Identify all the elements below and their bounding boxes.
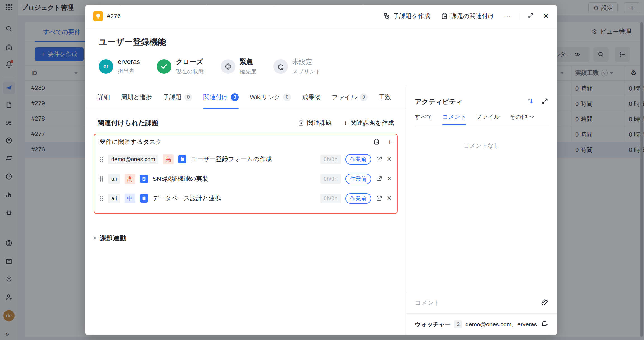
header-divider: [520, 12, 520, 20]
task-title[interactable]: SNS認証機能の実装: [153, 175, 316, 183]
tab-deliverables[interactable]: 成果物: [302, 85, 321, 109]
requirement-type-icon: [93, 11, 103, 21]
task-title[interactable]: ユーザー登録フォームの作成: [191, 155, 316, 163]
link-issue-icon: [298, 120, 304, 126]
triangle-right-icon: [94, 236, 96, 240]
task-hours: 0h/0h: [320, 155, 341, 164]
open-task-icon[interactable]: [376, 195, 382, 202]
task-assignee: ali: [108, 194, 120, 203]
group-title: 要件に関連するタスク: [100, 138, 162, 146]
issue-link-label: 課題連動: [100, 234, 126, 242]
tab-subissues[interactable]: 子課題0: [163, 85, 192, 109]
priority-label: 優先度: [240, 68, 257, 75]
activity-tab-comments[interactable]: コメント: [442, 113, 466, 125]
activity-title: アクティビティ: [415, 97, 463, 106]
linked-task-row[interactable]: ali 中 データベース設計と連携 0h/0h 作業前 ✕: [94, 189, 397, 208]
activity-tabs: すべて コメント ファイル その他: [415, 113, 548, 125]
tab-cycle-progress[interactable]: 周期と進捗: [121, 85, 152, 109]
attachment-paperclip-icon[interactable]: [541, 299, 548, 307]
priority-value: 緊急: [240, 57, 257, 66]
task-status-pill[interactable]: 作業前: [345, 154, 371, 165]
task-type-icon: [140, 175, 148, 183]
link-existing-label: 関連課題: [307, 119, 332, 127]
assignee-label: 担当者: [118, 67, 140, 75]
activity-tab-others[interactable]: その他: [509, 113, 533, 125]
tab-files[interactable]: ファイル0: [332, 85, 368, 109]
open-task-icon[interactable]: [376, 175, 382, 182]
create-linked-issue-button[interactable]: + 関連課題を作成: [344, 119, 394, 127]
issue-fields: er erveras 担当者 クローズ 現在の状態: [99, 57, 543, 75]
status-label: 現在の状態: [176, 68, 204, 75]
status-check-icon: [157, 59, 171, 74]
section-actions: 関連課題 + 関連課題を作成: [298, 119, 394, 127]
tab-badge: 0: [184, 93, 192, 101]
drag-handle-icon[interactable]: [100, 156, 103, 162]
assignee-avatar: er: [99, 59, 113, 74]
linked-issues-section-header: 関連付けられた課題 関連課題 + 関連課題を作成: [98, 118, 394, 127]
activity-panel: アクティビティ すべて コメント ファイル その他: [406, 85, 557, 335]
remove-link-icon[interactable]: ✕: [387, 175, 392, 182]
subissue-icon: [383, 13, 390, 20]
issue-detail-modal: #276 子課題を作成 課題の関連付け ⋯ ✕ ユーザー登録機能: [85, 5, 557, 335]
issue-summary: ユーザー登録機能 er erveras 担当者 クローズ 現在の状態: [85, 27, 557, 85]
watcher-names: demo@ones.com、erveras: [465, 320, 537, 328]
drag-handle-icon[interactable]: [100, 176, 103, 182]
tab-badge: 0: [283, 93, 291, 101]
task-status-pill[interactable]: 作業前: [345, 174, 371, 184]
tab-badge: 3: [231, 93, 239, 101]
activity-tab-all[interactable]: すべて: [415, 113, 433, 125]
task-assignee: ali: [108, 174, 120, 184]
assignee-value: erveras: [118, 58, 140, 66]
sprint-value: 未設定: [292, 57, 321, 66]
expand-icon[interactable]: [527, 12, 534, 20]
watch-bell-check-icon[interactable]: [541, 320, 548, 329]
link-issue-button[interactable]: 課題の関連付け: [441, 12, 494, 20]
task-hours: 0h/0h: [320, 194, 341, 203]
task-status-pill[interactable]: 作業前: [345, 193, 371, 204]
expand-icon[interactable]: [541, 98, 548, 106]
tab-wiki-links[interactable]: Wikiリンク0: [250, 85, 291, 109]
issue-link-toggle[interactable]: 課題連動: [94, 234, 394, 242]
close-icon[interactable]: ✕: [543, 12, 549, 20]
link-existing-issue-button[interactable]: 関連課題: [298, 119, 332, 127]
drag-handle-icon[interactable]: [100, 196, 103, 201]
sprint-icon: [273, 59, 288, 74]
empty-comments-text: コメントなし: [415, 142, 548, 149]
issue-id: #276: [107, 13, 121, 20]
watcher-row: ウォッチャー 2 demo@ones.com、erveras: [406, 313, 557, 335]
field-assignee[interactable]: er erveras 担当者: [99, 57, 140, 75]
issue-tabs: 詳細 周期と進捗 子課題0 関連付け3 Wikiリンク0 成果物 ファイル0 工…: [85, 85, 406, 109]
task-priority: 中: [125, 194, 135, 203]
link-issue-label: 課題の関連付け: [451, 12, 494, 20]
tab-details[interactable]: 詳細: [98, 85, 110, 109]
field-status[interactable]: クローズ 現在の状態: [157, 57, 204, 75]
open-task-icon[interactable]: [376, 156, 382, 163]
task-hours: 0h/0h: [320, 174, 341, 184]
linked-tasks-group: 要件に関連するタスク + demo@ones.com 高 ユーザー登録フォームの…: [94, 134, 398, 214]
activity-tab-files[interactable]: ファイル: [476, 113, 500, 125]
remove-link-icon[interactable]: ✕: [387, 195, 392, 202]
tab-links[interactable]: 関連付け3: [203, 85, 239, 109]
add-task-icon[interactable]: +: [388, 138, 392, 146]
task-title[interactable]: データベース設計と連携: [153, 194, 316, 203]
plus-icon: +: [344, 119, 348, 127]
comment-input[interactable]: [415, 299, 541, 306]
linked-tasks-group-header: 要件に関連するタスク +: [94, 134, 397, 149]
remove-link-icon[interactable]: ✕: [387, 156, 392, 163]
issue-title: ユーザー登録機能: [99, 36, 543, 48]
page: プロジェクト管理 プロジェクト 「チュートリアル」プロジェクト 概要 ガント ニ…: [0, 0, 644, 340]
field-sprint[interactable]: 未設定 スプリント: [273, 57, 321, 75]
field-priority[interactable]: 緊急 優先度: [221, 57, 257, 75]
comment-input-row: [406, 292, 557, 313]
linked-task-row[interactable]: demo@ones.com 高 ユーザー登録フォームの作成 0h/0h 作業前 …: [94, 149, 397, 169]
priority-icon: [221, 59, 235, 74]
link-issue-icon[interactable]: [373, 139, 380, 145]
link-issue-icon: [441, 13, 448, 20]
create-subissue-button[interactable]: 子課題を作成: [383, 12, 430, 20]
more-menu-icon[interactable]: ⋯: [504, 12, 512, 20]
section-title: 関連付けられた課題: [98, 118, 158, 127]
linked-task-row[interactable]: ali 高 SNS認証機能の実装 0h/0h 作業前 ✕: [94, 169, 397, 189]
watcher-count-badge: 2: [454, 320, 462, 328]
tab-hours[interactable]: 工数: [379, 85, 391, 109]
sort-icon[interactable]: [527, 98, 534, 106]
